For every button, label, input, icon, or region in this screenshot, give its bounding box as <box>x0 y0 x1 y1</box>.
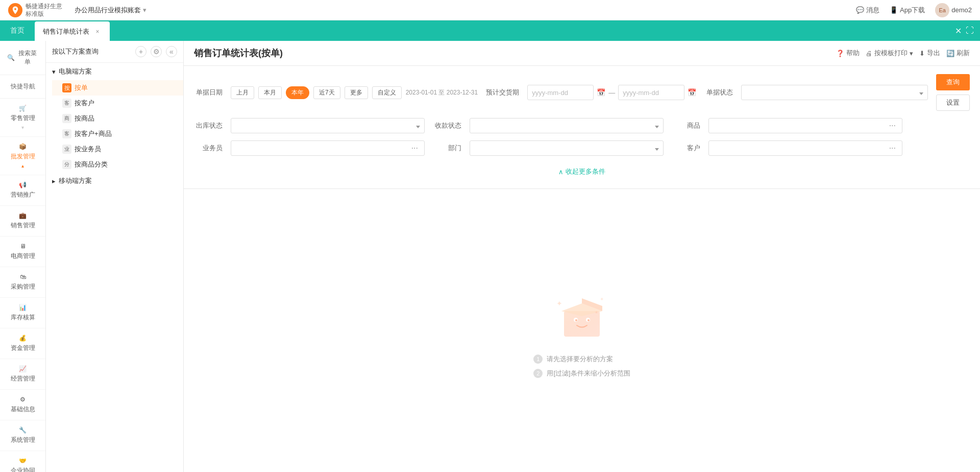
print-dropdown-icon: ▾ <box>910 50 913 57</box>
sidebar-quick-nav[interactable]: 快捷导航 <box>0 79 45 94</box>
message-button[interactable]: 💬 消息 <box>856 6 879 15</box>
date-btn-more[interactable]: 更多 <box>345 86 368 99</box>
sidebar-item-wholesale[interactable]: 📦 批发管理 ▴ <box>0 137 45 175</box>
delivery-date-group: 📅 — 📅 <box>527 85 696 100</box>
help-icon: ❓ <box>836 50 844 57</box>
settings-scheme-button[interactable]: ⚙ <box>151 46 162 57</box>
data-area: ✦ ✦ ★ 1 请先选择要分析的方案 2 用[过滤]条件来缩小分析范围 <box>184 189 980 472</box>
customer-select[interactable]: ··· <box>708 140 902 156</box>
sidebar-item-basic[interactable]: ⚙ 基础信息 <box>0 390 45 420</box>
left-panel-header: 按以下方案查询 + ⚙ « <box>46 41 183 63</box>
date-btn-this-year[interactable]: 本年 <box>286 86 309 99</box>
scheme-by-goods[interactable]: 商 按商品 <box>52 111 183 126</box>
salesperson-label: 业务员 <box>194 144 223 153</box>
salesperson-ellipsis-icon[interactable]: ··· <box>409 144 420 153</box>
scheme-icon-customer-goods: 客 <box>62 129 71 138</box>
query-btn-group: 查询 设置 <box>936 74 970 111</box>
sidebar-item-purchase[interactable]: 🛍 采购管理 <box>0 267 45 298</box>
scheme-by-salesperson[interactable]: 业 按业务员 <box>52 141 183 157</box>
shipping-label: 出库状态 <box>194 121 223 130</box>
scheme-by-goods-category[interactable]: 分 按商品分类 <box>52 157 183 172</box>
app-download-button[interactable]: 📱 App下载 <box>890 6 925 15</box>
delivery-date-from[interactable] <box>527 85 594 100</box>
svg-text:★: ★ <box>595 310 598 315</box>
close-window-icon[interactable]: ✕ <box>955 26 962 36</box>
content-area: 按以下方案查询 + ⚙ « ▾ 电脑端方案 按 按单 客 按客户 <box>46 41 980 472</box>
shipping-select[interactable] <box>231 118 425 133</box>
sidebar-item-ecommerce[interactable]: 🖥 电商管理 <box>0 237 45 267</box>
tip-num-2: 2 <box>533 369 543 378</box>
left-panel-title: 按以下方案查询 <box>52 47 99 56</box>
ecommerce-icon: 🖥 <box>20 243 26 250</box>
tree-expand-icon-mobile: ▸ <box>52 177 56 185</box>
dept-select[interactable] <box>470 140 664 156</box>
status-select[interactable] <box>741 85 928 100</box>
tab-close-icon[interactable]: × <box>93 28 102 36</box>
print-template-button[interactable]: 🖨 按模板打印 ▾ <box>866 49 913 58</box>
date-separator: — <box>608 89 615 97</box>
sidebar-item-marketing[interactable]: 📢 营销推广 <box>0 175 45 206</box>
date-btn-this-month[interactable]: 本月 <box>258 86 282 99</box>
scheme-by-customer[interactable]: 客 按客户 <box>52 96 183 111</box>
tree-parent-mobile[interactable]: ▸ 移动端方案 <box>46 172 183 190</box>
scheme-by-customer-goods[interactable]: 客 按客户+商品 <box>52 126 183 141</box>
payment-label: 收款状态 <box>433 121 461 130</box>
print-icon: 🖨 <box>866 50 872 57</box>
inventory-icon: 📊 <box>19 304 27 311</box>
left-panel: 按以下方案查询 + ⚙ « ▾ 电脑端方案 按 按单 客 按客户 <box>46 41 184 472</box>
logo-text: 畅捷通好生意 标准版 <box>26 3 62 17</box>
payment-select[interactable] <box>470 118 664 133</box>
delivery-date-to[interactable] <box>618 85 684 100</box>
sidebar-item-enterprise[interactable]: 🤝 企业协同 <box>0 451 45 472</box>
date-btn-7days[interactable]: 近7天 <box>313 86 340 99</box>
page-header: 销售订单统计表(按单) ❓ 帮助 🖨 按模板打印 ▾ ⬇ 导出 <box>184 41 980 66</box>
add-scheme-button[interactable]: + <box>135 46 146 57</box>
message-icon: 💬 <box>856 6 864 14</box>
collapse-icon: ∧ <box>558 168 564 176</box>
breadcrumb[interactable]: 办公用品行业模拟账套 ▾ <box>75 6 146 15</box>
refresh-button[interactable]: 🔄 刷新 <box>946 49 970 58</box>
basic-icon: ⚙ <box>20 396 26 403</box>
customer-ellipsis-icon[interactable]: ··· <box>887 144 898 153</box>
user-menu[interactable]: Ea demo2 <box>935 3 972 17</box>
goods-ellipsis-icon[interactable]: ··· <box>887 121 898 130</box>
date-btn-last-month[interactable]: 上月 <box>231 86 254 99</box>
query-button[interactable]: 查询 <box>936 74 970 90</box>
top-bar-left: 畅捷通好生意 标准版 办公用品行业模拟账套 ▾ <box>8 3 146 17</box>
delivery-date-label: 预计交货期 <box>486 88 519 97</box>
collapse-bar[interactable]: ∧ 收起更多条件 <box>194 163 970 180</box>
goods-select[interactable]: ··· <box>708 118 902 133</box>
tab-sales-order-stats[interactable]: 销售订单统计表 × <box>35 21 110 42</box>
tab-bar-right: ✕ ⛶ <box>955 26 980 36</box>
marketing-icon: 📢 <box>19 181 27 188</box>
breadcrumb-dropdown-icon[interactable]: ▾ <box>143 6 146 14</box>
fullscreen-icon[interactable]: ⛶ <box>966 26 974 35</box>
wholesale-icon: 📦 <box>19 143 27 150</box>
date-btn-custom[interactable]: 自定义 <box>372 86 402 99</box>
chevron-down-icon: ▾ <box>21 125 24 130</box>
calendar-to-icon[interactable]: 📅 <box>688 88 696 97</box>
calendar-from-icon[interactable]: 📅 <box>597 88 605 97</box>
salesperson-select[interactable]: ··· <box>231 140 425 156</box>
tab-bar: 首页 销售订单统计表 × ✕ ⛶ <box>0 20 980 41</box>
chevron-up-icon: ▴ <box>21 163 24 169</box>
sidebar-item-sales[interactable]: 💼 销售管理 <box>0 206 45 237</box>
sidebar-item-retail[interactable]: 🛒 零售管理 ▾ <box>0 99 45 137</box>
sidebar-item-operation[interactable]: 📈 经营管理 <box>0 359 45 390</box>
tab-home[interactable]: 首页 <box>0 20 35 41</box>
filter-row-3: 业务员 ··· 部门 客户 ··· <box>194 140 970 156</box>
sidebar-item-inventory[interactable]: 📊 库存核算 <box>0 298 45 328</box>
customer-label: 客户 <box>672 144 700 153</box>
sidebar-search-btn[interactable]: 🔍 搜索菜单 <box>4 46 41 69</box>
collapse-panel-button[interactable]: « <box>166 46 177 57</box>
payment-chevron-icon <box>655 122 659 130</box>
export-button[interactable]: ⬇ 导出 <box>919 49 940 58</box>
logo-area: 畅捷通好生意 标准版 <box>8 3 62 17</box>
sidebar-item-finance[interactable]: 💰 资金管理 <box>0 328 45 359</box>
help-button[interactable]: ❓ 帮助 <box>836 49 860 58</box>
settings-button[interactable]: 设置 <box>936 95 970 111</box>
tree-parent-pc[interactable]: ▾ 电脑端方案 <box>46 63 183 80</box>
finance-icon: 💰 <box>19 335 27 342</box>
scheme-by-order[interactable]: 按 按单 <box>52 80 183 96</box>
sidebar-item-system[interactable]: 🔧 系统管理 <box>0 420 45 451</box>
